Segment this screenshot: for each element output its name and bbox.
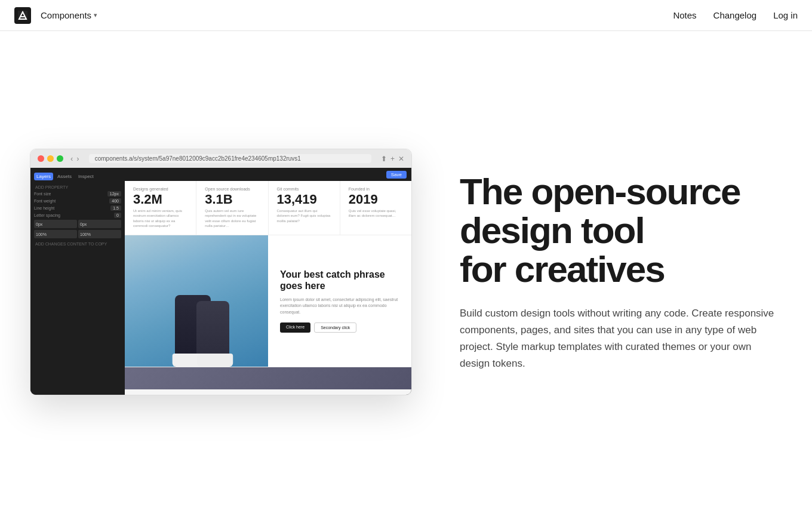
- browser-dots: [38, 155, 63, 162]
- stats-row: Designs generated 3.2M Ut enim ad minim …: [125, 181, 411, 235]
- stat-label-designs: Designs generated: [133, 187, 187, 191]
- close-icon: ✕: [398, 155, 404, 163]
- browser-address-bar[interactable]: components.a/s/system/5a97ne8012009c9acc…: [89, 154, 371, 163]
- stat-cell-designs: Designs generated 3.2M Ut enim ad minim …: [125, 181, 196, 235]
- prop-row-fontsize: Font size 12px: [34, 191, 121, 196]
- sidebar-tabs: Layers Assets Inspect: [34, 173, 121, 180]
- navbar: Components ▾ Notes Changelog Log in: [0, 0, 812, 31]
- browser-mockup: ‹ › components.a/s/system/5a97ne8012009c…: [30, 149, 412, 395]
- sidebar-section-label-2: Add changes content to copy: [35, 242, 121, 246]
- canvas-hero-buttons: Click here Secondary click: [280, 322, 399, 333]
- stat-value-downloads: 3.1B: [205, 193, 259, 206]
- stat-desc-designs: Ut enim ad minim veniam, quis nostrum ex…: [133, 208, 187, 229]
- stat-label-founded: Founded in: [349, 187, 403, 191]
- save-button[interactable]: Save: [386, 171, 407, 179]
- prop-row-letterspacing: Letter spacing 0: [34, 213, 121, 218]
- add-tab-icon: +: [390, 155, 395, 163]
- main-content: ‹ › components.a/s/system/5a97ne8012009c…: [0, 0, 812, 513]
- navbar-right: Notes Changelog Log in: [673, 10, 798, 20]
- canvas-hero-desc: Lorem ipsum dolor sit amet, consectetur …: [280, 297, 399, 316]
- canvas-primary-button[interactable]: Click here: [280, 322, 310, 333]
- stat-label-downloads: Open source downloads: [205, 187, 259, 191]
- notes-link[interactable]: Notes: [673, 10, 696, 20]
- stat-value-founded: 2019: [349, 193, 403, 206]
- stat-value-designs: 3.2M: [133, 193, 187, 206]
- stat-cell-founded: Founded in 2019 Quis vel esse voluptate …: [340, 181, 411, 235]
- stat-cell-commits: Git commits 13,419 Consequatur aut illum…: [269, 181, 340, 235]
- sidebar-input-1[interactable]: 0px: [34, 220, 77, 228]
- back-icon: ‹: [70, 154, 73, 163]
- changelog-link[interactable]: Changelog: [713, 10, 757, 20]
- canvas-area: Designs generated 3.2M Ut enim ad minim …: [125, 181, 411, 389]
- canvas-hero-title: Your best catch phrase goes here: [280, 269, 399, 291]
- logo[interactable]: [14, 7, 31, 24]
- browser-actions: ⬆ + ✕: [381, 155, 404, 163]
- stat-desc-founded: Quis vel esse voluptate quasi, illam ac …: [349, 208, 403, 219]
- stat-label-commits: Git commits: [277, 187, 331, 191]
- hero-headline-line2: design tool: [460, 210, 644, 251]
- canvas-hero-content: Your best catch phrase goes here Lorem i…: [268, 235, 411, 367]
- canvas-hero: Your best catch phrase goes here Lorem i…: [125, 235, 411, 367]
- stat-cell-downloads: Open source downloads 3.1B Quis autem ve…: [196, 181, 268, 235]
- app-main: Save Designs generated 3.2M Ut enim ad m…: [125, 168, 411, 395]
- canvas-bottom-bar: [125, 367, 411, 389]
- dot-yellow: [47, 155, 54, 162]
- sidebar-section-label: Add property: [35, 185, 121, 189]
- canvas-secondary-button[interactable]: Secondary click: [314, 322, 356, 333]
- sidebar-tab-layers[interactable]: Layers: [34, 173, 53, 180]
- sidebar-tab-inspect[interactable]: Inspect: [76, 173, 96, 180]
- navbar-left: Components ▾: [14, 7, 102, 24]
- canvas-hero-image: [125, 235, 268, 367]
- components-label: Components: [41, 10, 91, 20]
- components-button[interactable]: Components ▾: [36, 8, 102, 23]
- app-top-bar: Save: [125, 168, 411, 181]
- sidebar-input-row-1: 0px 0px: [34, 220, 121, 228]
- stat-desc-commits: Consequatur aut illum qui dolorem eum? F…: [277, 208, 331, 223]
- dot-red: [38, 155, 44, 162]
- sidebar-input-2[interactable]: 0px: [78, 220, 121, 228]
- sidebar-input-3[interactable]: 100%: [34, 230, 77, 238]
- stat-desc-downloads: Quis autem vel eum iure reprehenderit qu…: [205, 208, 259, 229]
- forward-icon: ›: [76, 154, 79, 163]
- prop-row-fontweight: Font weight 400: [34, 198, 121, 204]
- dot-green: [57, 155, 63, 162]
- hero-section: ‹ › components.a/s/system/5a97ne8012009c…: [0, 113, 812, 431]
- login-link[interactable]: Log in: [773, 10, 798, 20]
- chevron-down-icon: ▾: [94, 11, 97, 19]
- hero-headline: The open-source design tool for creative…: [460, 172, 776, 288]
- browser-nav: ‹ ›: [70, 154, 79, 163]
- stat-value-commits: 13,419: [277, 193, 331, 206]
- app-interior: Layers Assets Inspect Add property Font …: [30, 168, 411, 395]
- app-sidebar: Layers Assets Inspect Add property Font …: [30, 168, 125, 395]
- hero-headline-line3: for creatives: [460, 248, 665, 290]
- hero-description: Build custom design tools without writin…: [460, 305, 776, 372]
- sidebar-input-row-2: 100% 100%: [34, 230, 121, 238]
- prop-row-lineheight: Line height 1.5: [34, 205, 121, 211]
- hero-text: The open-source design tool for creative…: [460, 172, 776, 372]
- hero-headline-line1: The open-source: [460, 171, 740, 212]
- browser-chrome: ‹ › components.a/s/system/5a97ne8012009c…: [30, 149, 411, 168]
- share-icon: ⬆: [381, 155, 387, 163]
- sidebar-input-4[interactable]: 100%: [78, 230, 121, 238]
- sidebar-tab-assets[interactable]: Assets: [55, 173, 74, 180]
